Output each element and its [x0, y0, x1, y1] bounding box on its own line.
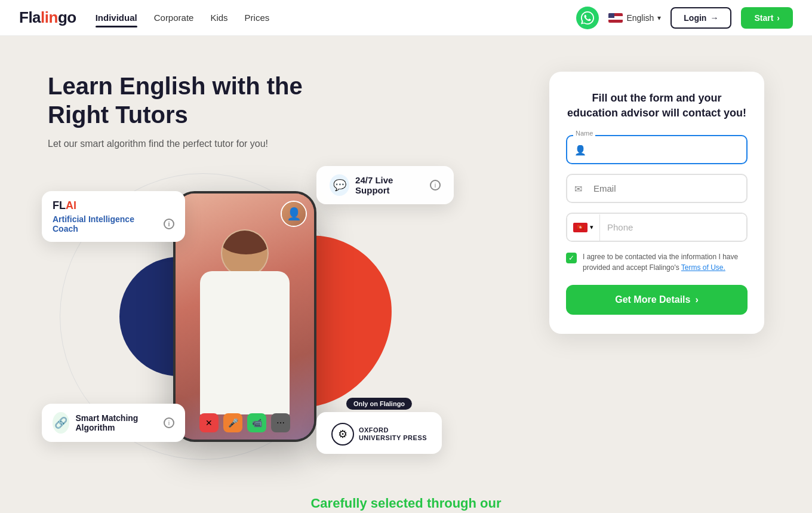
phone-screen: 👤 ✕ 🎤 📹 ⋯	[176, 193, 314, 440]
checkbox-text: I agree to be contacted via the informat…	[583, 251, 748, 273]
email-input[interactable]	[566, 174, 748, 203]
illustration: 👤 ✕ 🎤 📹 ⋯ FLAI Artificial I	[48, 161, 442, 460]
support-info-icon[interactable]: i	[430, 180, 441, 191]
nav-individual[interactable]: Individual	[96, 10, 137, 25]
name-field: Name 👤	[566, 135, 748, 164]
navbar: Flalingo Individual Corporate Kids Price…	[0, 0, 812, 36]
tutors-section-title: Carefully selected through our	[48, 496, 764, 511]
arrow-right-icon: ›	[695, 294, 698, 305]
more-icon: ⋯	[271, 413, 290, 432]
hero-title: Learn English with the Right Tutors	[48, 72, 334, 129]
avatar-circle: 👤	[281, 201, 307, 227]
oxford-seal-icon: ⚙	[331, 423, 354, 446]
hero-section: Learn English with the Right Tutors Let …	[0, 36, 812, 484]
form-title: Fill out the form and your education adv…	[566, 91, 748, 121]
whatsapp-icon	[581, 11, 594, 24]
smart-matching-badge: 🔗 Smart Matching Algorithm i	[42, 404, 185, 442]
language-label: English	[626, 13, 654, 23]
phone-field: 🇭🇰 ▾	[566, 213, 748, 242]
phone-field-wrapper: 🇭🇰 ▾	[566, 213, 748, 242]
contact-form: Fill out the form and your education adv…	[549, 72, 764, 334]
ai-info-icon[interactable]: i	[164, 219, 174, 229]
login-button[interactable]: Login →	[670, 7, 731, 29]
ai-coach-badge: FLAI Artificial Intelligence Coach i	[42, 191, 185, 242]
logo-text-part2: lin	[41, 8, 58, 26]
hero-subtitle: Let our smart algorithm find the perfect…	[48, 139, 525, 149]
whatsapp-button[interactable]	[576, 7, 599, 29]
matching-icon: 🔗	[53, 412, 69, 434]
submit-label: Get More Details	[615, 294, 690, 305]
name-label: Name	[573, 130, 595, 137]
nav-kids[interactable]: Kids	[210, 10, 227, 25]
agree-checkbox[interactable]: ✓	[566, 253, 577, 263]
video-icon: 📹	[247, 413, 266, 432]
email-field: ✉	[566, 174, 748, 203]
smart-matching-text: Smart Matching Algorithm	[75, 413, 158, 432]
nav-corporate[interactable]: Corporate	[154, 10, 194, 25]
oxford-logo: ⚙ OXFORD UNIVERSITY PRESS	[331, 423, 427, 446]
phone-country-selector[interactable]: 🇭🇰 ▾	[567, 214, 600, 241]
only-on-flalingo-label: Only on Flalingo	[346, 398, 412, 410]
contact-form-container: Fill out the form and your education adv…	[549, 72, 764, 334]
login-arrow-icon: →	[710, 13, 718, 23]
login-label: Login	[684, 13, 706, 23]
end-call-icon: ✕	[199, 413, 219, 432]
terms-link[interactable]: Terms of Use.	[681, 263, 725, 272]
us-flag	[608, 13, 623, 23]
tutor-head	[221, 229, 269, 277]
logo[interactable]: Flalingo	[19, 8, 76, 27]
oxford-subtitle: UNIVERSITY PRESS	[359, 434, 427, 442]
ai-coach-label: Artificial Intelligence Coach i	[53, 214, 174, 234]
mute-icon: 🎤	[223, 413, 242, 432]
live-support-text: 24/7 Live Support	[355, 175, 424, 195]
person-icon: 👤	[574, 144, 586, 155]
email-icon: ✉	[574, 183, 582, 194]
phone-input[interactable]	[600, 214, 746, 241]
language-selector[interactable]: English ▾	[608, 13, 661, 23]
hk-flag: 🇭🇰	[573, 223, 588, 232]
oxford-title: OXFORD	[359, 426, 427, 434]
start-label: Start	[754, 13, 773, 23]
nav-right: English ▾ Login → Start ›	[576, 7, 793, 29]
terms-checkbox-row: ✓ I agree to be contacted via the inform…	[566, 251, 748, 273]
phone-call-controls: ✕ 🎤 📹 ⋯	[176, 411, 314, 435]
flai-logo: FLAI	[53, 199, 174, 212]
matching-info-icon[interactable]: i	[164, 417, 174, 428]
nav-prices[interactable]: Prices	[245, 10, 270, 25]
ai-coach-text: Artificial Intelligence Coach	[53, 214, 160, 234]
start-button[interactable]: Start ›	[741, 7, 793, 29]
support-icon: 💬	[330, 174, 349, 196]
chevron-down-icon: ▾	[657, 14, 661, 22]
hero-left: Learn English with the Right Tutors Let …	[48, 72, 525, 460]
tutor-body	[200, 271, 290, 414]
live-support-badge: 💬 24/7 Live Support i	[316, 166, 454, 204]
tutors-section: Carefully selected through our	[0, 484, 812, 513]
chevron-down-icon: ▾	[590, 223, 593, 231]
start-arrow-icon: ›	[777, 13, 780, 23]
logo-text-part1: Fla	[19, 8, 41, 26]
get-more-details-button[interactable]: Get More Details ›	[566, 285, 748, 315]
oxford-badge: Only on Flalingo ⚙ OXFORD UNIVERSITY PRE…	[316, 412, 442, 454]
nav-links: Individual Corporate Kids Prices	[96, 10, 558, 25]
phone-mockup: 👤 ✕ 🎤 📹 ⋯	[173, 191, 316, 442]
name-input[interactable]	[566, 135, 748, 164]
logo-text-part3: go	[58, 8, 76, 26]
